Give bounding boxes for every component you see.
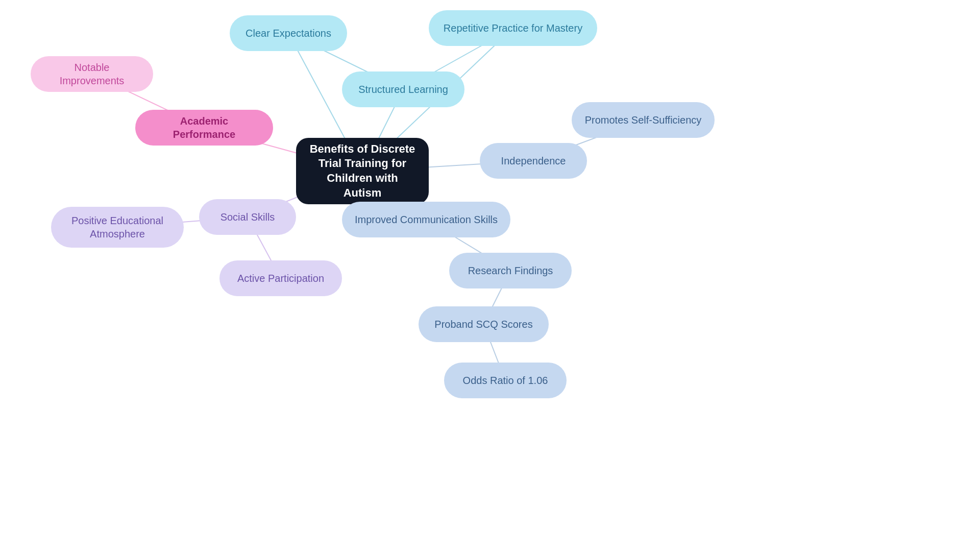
odds-ratio-node: Odds Ratio of 1.06 — [444, 363, 567, 398]
structured-learning-node: Structured Learning — [342, 71, 464, 107]
promotes-self-sufficiency-node: Promotes Self-Sufficiency — [572, 102, 715, 138]
research-findings-node: Research Findings — [449, 253, 572, 288]
proband-scq-node: Proband SCQ Scores — [419, 306, 549, 342]
academic-performance-node: Academic Performance — [135, 110, 273, 146]
clear-expectations-node: Clear Expectations — [230, 15, 347, 51]
independence-node: Independence — [480, 143, 587, 179]
center-node: Benefits of Discrete Trial Training for … — [296, 138, 429, 204]
repetitive-practice-node: Repetitive Practice for Mastery — [429, 10, 597, 46]
improved-communication-node: Improved Communication Skills — [342, 202, 510, 237]
active-participation-node: Active Participation — [219, 260, 342, 296]
social-skills-node: Social Skills — [199, 199, 296, 235]
positive-educational-node: Positive Educational Atmosphere — [51, 207, 184, 248]
notable-improvements-node: Notable Improvements — [31, 56, 153, 92]
